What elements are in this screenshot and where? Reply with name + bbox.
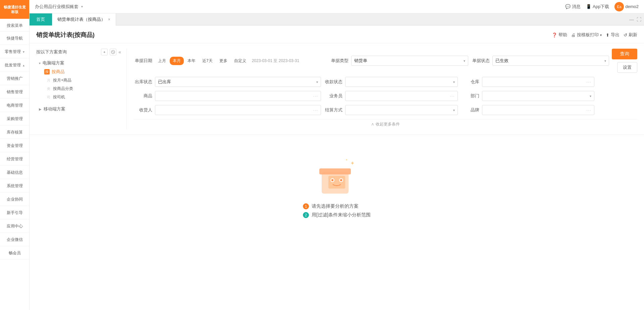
print-btn[interactable]: 🖨 按模板打印 ▾ bbox=[571, 32, 602, 38]
sidebar-item-appcenter[interactable]: 应用中心 bbox=[0, 219, 29, 233]
mobile-section-header[interactable]: ▶ 移动端方案 bbox=[36, 105, 121, 113]
tab-bar: 首页 销货单统计表（按商品） × — ⛶ bbox=[30, 13, 644, 25]
filter-doctype-field: 单据类型 销货单 ▾ bbox=[330, 56, 468, 66]
salesperson-dots-icon: ··· bbox=[450, 93, 455, 99]
export-label: 导出 bbox=[611, 32, 620, 38]
empty-svg: ✦ ✦ bbox=[313, 155, 360, 195]
logo-text: 畅捷通好生意 bbox=[4, 5, 26, 9]
filter-row-3: 商品 ··· 业务员 ··· bbox=[133, 91, 637, 101]
tree-item-by-driver[interactable]: 司 按司机 bbox=[36, 93, 121, 101]
filter-payment-method-field: 结算方式 ▾ bbox=[324, 105, 458, 115]
left-filter-panel: 按以下方案查询 + ✎ « ▾ 电脑端方案 bbox=[36, 49, 127, 129]
docstatus-value: 已生效 bbox=[495, 58, 508, 64]
sidebar-item-operations[interactable]: 经营管理 bbox=[0, 152, 29, 166]
sidebar-item-newbie[interactable]: 新手引导 bbox=[0, 206, 29, 219]
sidebar-item-marketing[interactable]: 营销推广 bbox=[0, 72, 29, 85]
docstatus-input[interactable]: 已生效 ▾ bbox=[492, 56, 609, 66]
sidebar-item-finance[interactable]: 资金管理 bbox=[0, 139, 29, 152]
empty-tip-2: 2 用[过滤]条件来缩小分析范围 bbox=[303, 212, 371, 218]
export-btn[interactable]: ⬆ 导出 bbox=[606, 32, 620, 38]
date-tab-lastmonth[interactable]: 上月 bbox=[155, 57, 169, 65]
industry-selector[interactable]: 办公用品行业模拟账套 ▾ bbox=[35, 4, 83, 10]
user-menu-btn[interactable]: Ea demo2 bbox=[614, 2, 639, 11]
product-label: 商品 bbox=[133, 93, 152, 99]
doctype-dropdown-icon: ▾ bbox=[464, 59, 465, 63]
svg-text:✦: ✦ bbox=[345, 158, 348, 162]
product-dots-icon: ··· bbox=[313, 93, 318, 99]
right-filter-area: 单据日期 上月 本月 本年 近7天 更多 自定义 20 bbox=[127, 49, 637, 129]
payment-status-input[interactable]: ▾ bbox=[345, 77, 458, 87]
tab-right-controls: — ⛶ bbox=[627, 17, 644, 22]
department-input[interactable]: ▾ bbox=[482, 91, 594, 101]
sub-label-month-product: 按月+商品 bbox=[53, 78, 71, 83]
tab-minimize-btn[interactable]: — bbox=[629, 17, 634, 22]
tab-sales-stats[interactable]: 销货单统计表（按商品） × bbox=[52, 13, 116, 25]
filter-brand-field: 品牌 ··· bbox=[461, 105, 594, 115]
date-tab-more[interactable]: 更多 bbox=[216, 57, 230, 65]
sidebar-item-enterprise-collab[interactable]: 企业协同 bbox=[0, 193, 29, 206]
date-filter: 上月 本月 本年 近7天 更多 自定义 2023-03-01 至 2023-03… bbox=[155, 57, 327, 65]
date-tab-custom[interactable]: 自定义 bbox=[231, 57, 249, 65]
app-download-btn[interactable]: 📱 App下载 bbox=[586, 4, 609, 10]
payment-method-input[interactable]: ▾ bbox=[345, 105, 458, 115]
date-tab-7days[interactable]: 近7天 bbox=[199, 57, 216, 65]
sub-icon-driver: 司 bbox=[47, 95, 50, 100]
tree-item-by-product[interactable]: 按 按商品 bbox=[36, 67, 121, 76]
brand-input[interactable]: ··· bbox=[482, 105, 594, 115]
sub-icon-product-category: 类 bbox=[47, 87, 50, 91]
warehouse-input[interactable]: ··· bbox=[482, 77, 594, 87]
filter-product-field: 商品 ··· bbox=[133, 91, 321, 101]
product-input[interactable]: ··· bbox=[155, 91, 321, 101]
sidebar-item-wholesale[interactable]: 批发管理 ▴ bbox=[0, 58, 29, 72]
filter-warehouse-field: 仓库 ··· bbox=[461, 77, 594, 87]
settings-btn[interactable]: 设置 bbox=[617, 62, 637, 73]
query-btn[interactable]: 查询 bbox=[612, 49, 637, 59]
payment-status-dropdown-icon: ▾ bbox=[453, 80, 455, 84]
export-icon: ⬆ bbox=[606, 33, 609, 38]
collapse-left-panel-btn[interactable]: « bbox=[118, 49, 121, 55]
message-btn[interactable]: 💬 消息 bbox=[565, 4, 581, 10]
empty-illustration: ✦ ✦ bbox=[313, 155, 360, 195]
recipient-input[interactable]: ··· bbox=[155, 105, 321, 115]
industry-dropdown-arrow: ▾ bbox=[81, 5, 83, 8]
tree-item-by-product-category[interactable]: 类 按商品分类 bbox=[36, 85, 121, 93]
message-icon: 💬 bbox=[565, 4, 571, 9]
refresh-btn[interactable]: ↺ 刷新 bbox=[624, 32, 637, 38]
date-tab-thismonth[interactable]: 本月 bbox=[170, 57, 184, 65]
sidebar-item-inventory[interactable]: 库存核算 bbox=[0, 125, 29, 139]
sidebar-search-menu[interactable]: 搜索菜单 bbox=[0, 19, 29, 32]
sidebar-item-purchase[interactable]: 采购管理 bbox=[0, 112, 29, 125]
sidebar-item-vip[interactable]: 畅会员 bbox=[0, 246, 29, 260]
sidebar-item-basics[interactable]: 基础信息 bbox=[0, 166, 29, 179]
sidebar-item-sales[interactable]: 销售管理 bbox=[0, 85, 29, 99]
salesperson-input[interactable]: ··· bbox=[345, 91, 458, 101]
filter-warehouse-status-field: 出库状态 已出库 ▾ bbox=[133, 77, 321, 87]
sidebar-item-enterprise-wechat[interactable]: 企业微信 bbox=[0, 233, 29, 246]
app-download-icon: 📱 bbox=[586, 4, 591, 9]
department-label: 部门 bbox=[461, 93, 479, 99]
warehouse-status-label: 出库状态 bbox=[133, 79, 152, 85]
collapse-more-btn[interactable]: ∧ 收起更多条件 bbox=[133, 119, 637, 129]
edit-scheme-btn[interactable]: ✎ bbox=[110, 49, 116, 55]
avatar: Ea bbox=[614, 2, 624, 11]
tab-maximize-btn[interactable]: ⛶ bbox=[637, 17, 641, 22]
sidebar-item-quicknav[interactable]: 快捷导航 bbox=[0, 32, 29, 45]
left-filter-header: 按以下方案查询 + ✎ « bbox=[36, 49, 121, 55]
tab-home-label: 首页 bbox=[36, 16, 45, 22]
tree-item-by-month-product[interactable]: 月 按月+商品 bbox=[36, 76, 121, 85]
sidebar-item-retail[interactable]: 零售管理 ▾ bbox=[0, 45, 29, 58]
tree-arrow-pc: ▾ bbox=[39, 61, 41, 65]
page-actions: ❓ 帮助 🖨 按模板打印 ▾ ⬆ 导出 ↺ 刷新 bbox=[552, 32, 637, 38]
add-scheme-btn[interactable]: + bbox=[101, 49, 108, 55]
tab-home[interactable]: 首页 bbox=[30, 13, 52, 25]
sidebar-item-ecommerce[interactable]: 电商管理 bbox=[0, 99, 29, 112]
tab-close-btn[interactable]: × bbox=[108, 17, 110, 22]
filter-recipient-field: 收货人 ··· bbox=[133, 105, 321, 115]
filter-row-2: 出库状态 已出库 ▾ 收款状态 ▾ bbox=[133, 77, 637, 87]
doctype-input[interactable]: 销货单 ▾ bbox=[351, 56, 468, 66]
date-tab-thisyear[interactable]: 本年 bbox=[184, 57, 199, 65]
help-btn[interactable]: ❓ 帮助 bbox=[552, 32, 567, 38]
sidebar-item-system[interactable]: 系统管理 bbox=[0, 179, 29, 193]
warehouse-status-input[interactable]: 已出库 ▾ bbox=[155, 77, 321, 87]
empty-text: 1 请先选择要分析的方案 2 用[过滤]条件来缩小分析范围 bbox=[303, 203, 371, 221]
